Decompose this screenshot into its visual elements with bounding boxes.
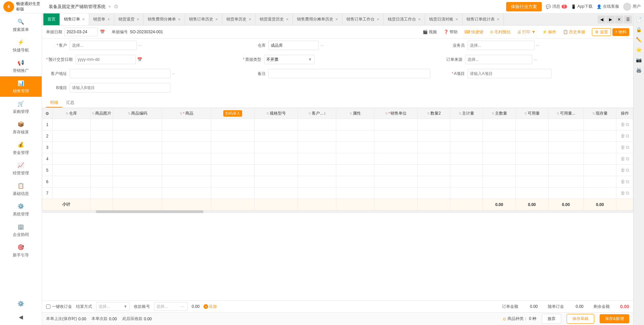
right-panel-lock-icon[interactable]: 🔒	[634, 25, 644, 34]
row-2-main-qty[interactable]	[483, 130, 516, 142]
row-4-main-qty[interactable]	[483, 153, 516, 165]
tab-sales-refund[interactable]: 销货退货 ✕	[114, 13, 144, 26]
row-5-main-unit[interactable]	[450, 165, 483, 176]
row-1-product[interactable]	[162, 119, 211, 130]
row-2-product[interactable]	[162, 130, 211, 142]
sidebar-collapse-btn[interactable]: ◀	[0, 310, 42, 324]
user-btn[interactable]: 用户	[623, 3, 641, 11]
sidebar-item-enterprise[interactable]: 🏢 企业协同	[0, 220, 42, 240]
col-header-stock[interactable]: ⇅现存量	[583, 108, 616, 119]
customer-input[interactable]	[70, 41, 137, 50]
tab-close-icon[interactable]: ✕	[455, 17, 458, 21]
row-2-main-unit[interactable]	[450, 130, 483, 142]
col-header-avail2[interactable]: ⇅可用量...	[548, 108, 583, 119]
row-5-warehouse[interactable]	[52, 165, 90, 176]
copy-icon[interactable]: ⧉	[626, 145, 629, 150]
tab-prev-btn[interactable]: ◀	[598, 15, 606, 24]
table-scrollbar-track[interactable]	[42, 210, 633, 213]
row-5-attr[interactable]	[336, 165, 374, 176]
copy-icon[interactable]: ⧉	[626, 167, 629, 173]
row-4-spec[interactable]	[254, 153, 298, 165]
row-4-custom[interactable]	[298, 153, 336, 165]
col-header-main-unit[interactable]: ⇅主计量	[450, 108, 483, 119]
one-click-checkbox[interactable]	[46, 304, 50, 309]
tab-summary[interactable]: 汇总	[62, 98, 78, 108]
row-1-code[interactable]	[113, 119, 162, 130]
sidebar-item-search[interactable]: 🔍 搜索菜单	[0, 15, 42, 35]
row-3-custom[interactable]	[298, 142, 336, 153]
row-6-warehouse[interactable]	[52, 176, 90, 188]
right-panel-doc-icon[interactable]: 📄	[634, 15, 644, 24]
row-6-spec[interactable]	[254, 176, 298, 188]
row-1-attr[interactable]	[336, 119, 374, 130]
row-7-qty2[interactable]	[418, 188, 450, 199]
row-3-main-qty[interactable]	[483, 142, 516, 153]
salesperson-more-icon[interactable]: ···	[535, 43, 541, 48]
sidebar-item-operation[interactable]: 📈 经营管理	[0, 158, 42, 179]
right-panel-print-icon[interactable]: 🖨️	[634, 65, 644, 75]
help-btn[interactable]: ❓ 帮助	[444, 29, 458, 35]
tab-sales-order[interactable]: 销售订单 ✕	[60, 13, 89, 26]
col-header-product[interactable]: ⇅*商品	[162, 108, 211, 119]
copy-icon[interactable]: ⧉	[626, 179, 629, 185]
row-6-main-unit[interactable]	[450, 176, 483, 188]
row-5-custom[interactable]	[298, 165, 336, 176]
row-7-unit[interactable]	[374, 188, 417, 199]
row-5-product[interactable]	[162, 165, 211, 176]
row-2-code[interactable]	[113, 130, 162, 142]
tab-close-icon[interactable]: ✕	[286, 17, 289, 21]
delete-icon[interactable]: 🗑	[620, 179, 625, 185]
row-7-warehouse[interactable]	[52, 188, 90, 199]
industry-btn[interactable]: 体验行业方案	[506, 2, 542, 11]
table-scrollbar-thumb[interactable]	[96, 210, 203, 213]
row-7-main-qty[interactable]	[483, 188, 516, 199]
row-4-unit[interactable]	[374, 153, 417, 165]
row-3-spec[interactable]	[254, 142, 298, 153]
order-source-input[interactable]	[465, 55, 532, 64]
col-header-code[interactable]: ⇅商品编码	[113, 108, 162, 119]
row-6-qty2[interactable]	[418, 176, 450, 188]
row-2-warehouse[interactable]	[52, 130, 90, 142]
row-5-spec[interactable]	[254, 165, 298, 176]
row-2-spec[interactable]	[254, 130, 298, 142]
add-payment-btn[interactable]: + 添加	[203, 304, 217, 310]
sidebar-item-system[interactable]: ⚙️ 系统管理	[0, 199, 42, 220]
row-3-warehouse[interactable]	[52, 142, 90, 153]
tab-close-all-btn[interactable]: ✕	[615, 15, 623, 24]
row-5-code[interactable]	[113, 165, 162, 176]
row-6-code[interactable]	[113, 176, 162, 188]
right-panel-edit-icon[interactable]: ✏️	[634, 35, 644, 44]
row-4-warehouse[interactable]	[52, 153, 90, 165]
customer-address-more-icon[interactable]: ···	[171, 71, 177, 76]
online-service-btn[interactable]: 👤 在线客服	[597, 4, 619, 9]
expected-date-input[interactable]	[75, 55, 136, 64]
single-date-input[interactable]	[64, 28, 98, 36]
salesperson-input[interactable]	[467, 41, 535, 50]
row-1-spec[interactable]	[254, 119, 298, 130]
tab-close-icon[interactable]: ✕	[107, 17, 110, 21]
row-6-unit[interactable]	[374, 176, 417, 188]
order-source-more-icon[interactable]: ···	[532, 57, 538, 62]
tab-next-btn[interactable]: ▶	[606, 15, 614, 24]
row-1-warehouse[interactable]	[52, 119, 90, 130]
delete-icon[interactable]: 🗑	[620, 190, 625, 196]
print-btn[interactable]: 🖨 打印 ▼	[517, 29, 535, 35]
row-4-code[interactable]	[113, 153, 162, 165]
row-2-qty2[interactable]	[418, 130, 450, 142]
discard-btn[interactable]: 放弃	[542, 314, 561, 324]
right-panel-star-icon[interactable]: ⭐	[634, 45, 644, 54]
row-7-main-unit[interactable]	[450, 188, 483, 199]
row-6-custom[interactable]	[298, 176, 336, 188]
row-1-main-qty[interactable]	[483, 119, 516, 130]
tab-close-icon[interactable]: ✕	[497, 17, 499, 21]
operate-btn[interactable]: ⚡ 操作	[542, 29, 556, 35]
row-7-attr[interactable]	[336, 188, 374, 199]
row-3-code[interactable]	[113, 142, 162, 153]
customer-more-icon[interactable]: ···	[137, 43, 143, 48]
note-input[interactable]	[268, 69, 430, 78]
delete-icon[interactable]: 🗑	[620, 156, 625, 162]
col-header-attr[interactable]: ⇅属性	[336, 108, 374, 119]
tab-detail[interactable]: 明细	[46, 98, 62, 108]
tab-cash-reconcile[interactable]: 钱货日清对账 ✕	[425, 13, 462, 26]
tab-close-icon[interactable]: ✕	[335, 17, 338, 21]
